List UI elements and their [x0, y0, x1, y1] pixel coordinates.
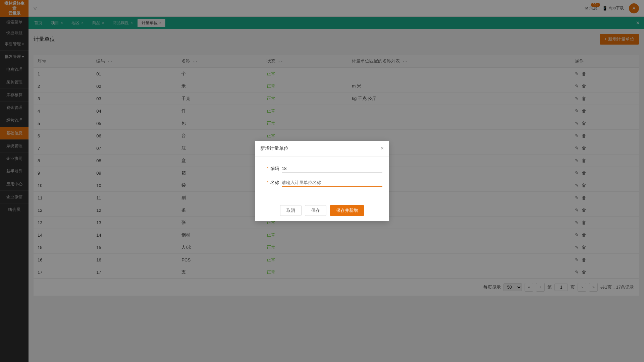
modal-body: * 编码 * 名称 — [255, 157, 389, 201]
add-unit-modal: 新增计量单位 × * 编码 * 名称 取消 保存 保存并新增 — [255, 141, 389, 221]
modal-header: 新增计量单位 × — [255, 141, 389, 157]
cancel-button[interactable]: 取消 — [280, 205, 302, 216]
code-input[interactable] — [282, 165, 382, 173]
name-label: * 名称 — [262, 180, 282, 186]
modal-close-button[interactable]: × — [381, 145, 384, 152]
form-item-code: * 编码 — [262, 165, 382, 173]
unit-name-input[interactable] — [282, 179, 382, 187]
modal-footer: 取消 保存 保存并新增 — [255, 201, 389, 221]
save-and-new-button[interactable]: 保存并新增 — [330, 205, 364, 216]
form-item-name: * 名称 — [262, 179, 382, 187]
code-label: * 编码 — [262, 166, 282, 172]
modal-overlay: 新增计量单位 × * 编码 * 名称 取消 保存 保存并新增 — [0, 0, 644, 362]
save-button[interactable]: 保存 — [305, 205, 326, 216]
modal-title: 新增计量单位 — [260, 145, 288, 152]
